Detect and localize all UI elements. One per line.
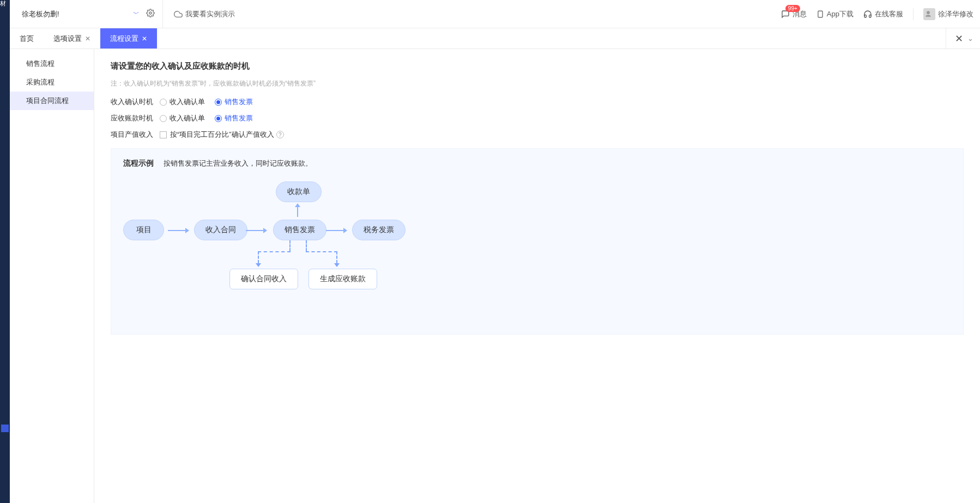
node-receipt: 收款单 <box>276 181 322 202</box>
radio-icon <box>215 99 222 106</box>
close-icon[interactable]: ✕ <box>85 35 90 43</box>
radio-label: 销售发票 <box>225 113 253 123</box>
org-selector[interactable]: 徐老板勿删! ﹀ <box>22 0 163 28</box>
radio-icon <box>160 99 167 106</box>
dashed-connector <box>289 240 291 251</box>
username-label: 徐泽华修改 <box>938 9 973 19</box>
demo-link[interactable]: 我要看实例演示 <box>174 9 235 19</box>
radio-icon <box>215 115 222 122</box>
flow-example-panel: 流程示例 按销售发票记主营业务收入，同时记应收账款。 收款单 项目 收入合同 销… <box>111 148 964 335</box>
header-separator <box>913 8 914 20</box>
cloud-icon <box>174 10 183 19</box>
checkbox-label: 按“项目完工百分比”确认产值收入 <box>170 130 274 140</box>
arrow-down-icon <box>334 263 340 267</box>
row2-label: 应收账款时机 <box>111 113 160 123</box>
tab-home[interactable]: 首页 <box>10 28 44 49</box>
support-label: 在线客服 <box>875 9 903 19</box>
arrow-up-icon <box>295 203 300 217</box>
org-name-label: 徐老板勿删! <box>22 9 131 19</box>
close-icon[interactable]: ✕ <box>142 35 147 43</box>
headset-icon <box>863 10 872 19</box>
node-tax-invoice: 税务发票 <box>352 220 406 240</box>
gear-icon[interactable] <box>146 9 155 19</box>
radio-recv-confirm[interactable]: 收入确认单 <box>160 113 205 123</box>
radio-label: 销售发票 <box>225 97 253 107</box>
row-project-output: 项目产值收入 按“项目完工百分比”确认产值收入 ? <box>111 130 964 140</box>
user-avatar-icon <box>923 8 935 20</box>
left-nav-strip <box>0 0 10 503</box>
arrow-icon <box>326 228 347 233</box>
checkbox-icon <box>160 131 167 138</box>
arrow-icon <box>246 228 267 233</box>
row-receivable-timing: 应收账款时机 收入确认单 销售发票 <box>111 113 964 123</box>
tab-options[interactable]: 选项设置 ✕ <box>44 28 100 49</box>
tabs-dropdown-icon[interactable]: ⌄ <box>966 34 975 43</box>
phone-icon <box>816 10 824 19</box>
tabs-actions: ✕ ⌄ <box>946 28 980 49</box>
tab-flow-settings[interactable]: 流程设置 ✕ <box>100 28 157 49</box>
tab-home-label: 首页 <box>20 34 34 44</box>
messages-badge: 99+ <box>785 5 800 12</box>
dashed-connector <box>306 240 307 251</box>
app-logo-tag <box>0 0 8 7</box>
dashed-connector <box>336 251 337 263</box>
checkbox-output-percent[interactable]: 按“项目完工百分比”确认产值收入 ? <box>160 130 284 140</box>
dashed-connector <box>258 251 259 263</box>
row1-label: 收入确认时机 <box>111 97 160 107</box>
app-header: 徐老板勿删! ﹀ 我要看实例演示 99+ 消息 App下载 在线客服 徐泽华修改 <box>10 0 980 28</box>
tab-bar: 首页 选项设置 ✕ 流程设置 ✕ ✕ ⌄ <box>10 28 980 49</box>
dashed-connector <box>258 251 291 252</box>
support-button[interactable]: 在线客服 <box>863 9 903 19</box>
messages-button[interactable]: 99+ 消息 <box>781 9 807 19</box>
main-area: 销售流程 采购流程 项目合同流程 请设置您的收入确认及应收账款的时机 注：收入确… <box>10 49 980 503</box>
dashed-connector <box>306 251 337 252</box>
page-title: 请设置您的收入确认及应收账款的时机 <box>111 61 964 71</box>
user-menu[interactable]: 徐泽华修改 <box>923 8 973 20</box>
node-sales-invoice: 销售发票 <box>273 220 326 240</box>
flow-diagram: 收款单 项目 收入合同 销售发票 税务发票 确认合同收入 生成应收账款 <box>123 181 951 312</box>
sidebar-item-purchase-flow[interactable]: 采购流程 <box>10 73 94 92</box>
node-confirm-income: 确认合同收入 <box>229 269 298 289</box>
radio-income-confirm[interactable]: 收入确认单 <box>160 97 205 107</box>
app-download-label: App下载 <box>827 9 854 19</box>
row3-label: 项目产值收入 <box>111 130 160 140</box>
row-income-timing: 收入确认时机 收入确认单 销售发票 <box>111 97 964 107</box>
node-project: 项目 <box>123 220 164 240</box>
radio-label: 收入确认单 <box>170 97 205 107</box>
sidebar-item-sales-flow[interactable]: 销售流程 <box>10 54 94 73</box>
content-panel: 请设置您的收入确认及应收账款的时机 注：收入确认时机为“销售发票”时，应收账款确… <box>94 49 980 503</box>
radio-income-invoice[interactable]: 销售发票 <box>215 97 253 107</box>
close-all-tabs-icon[interactable]: ✕ <box>952 33 966 45</box>
flow-example-desc: 按销售发票记主营业务收入，同时记应收账款。 <box>164 159 312 168</box>
help-icon[interactable]: ? <box>276 131 284 138</box>
sidebar-item-project-contract-flow[interactable]: 项目合同流程 <box>10 92 94 110</box>
radio-recv-invoice[interactable]: 销售发票 <box>215 113 253 123</box>
flow-example-title: 流程示例 <box>123 159 154 168</box>
node-gen-receivable: 生成应收账款 <box>308 269 377 289</box>
tab-options-label: 选项设置 <box>53 34 82 44</box>
left-strip-indicator <box>1 425 9 432</box>
svg-point-0 <box>149 12 152 14</box>
radio-icon <box>160 115 167 122</box>
tab-flow-label: 流程设置 <box>110 34 138 44</box>
node-income-contract: 收入合同 <box>194 220 247 240</box>
radio-label: 收入确认单 <box>170 113 205 123</box>
svg-rect-1 <box>818 11 822 17</box>
demo-link-label: 我要看实例演示 <box>185 9 235 19</box>
app-download-button[interactable]: App下载 <box>816 9 854 19</box>
arrow-icon <box>168 228 189 233</box>
arrow-down-icon <box>256 263 261 267</box>
page-note: 注：收入确认时机为“销售发票”时，应收账款确认时机必须为“销售发票” <box>111 79 964 88</box>
chevron-down-icon[interactable]: ﹀ <box>133 9 140 19</box>
sidebar: 销售流程 采购流程 项目合同流程 <box>10 49 94 503</box>
